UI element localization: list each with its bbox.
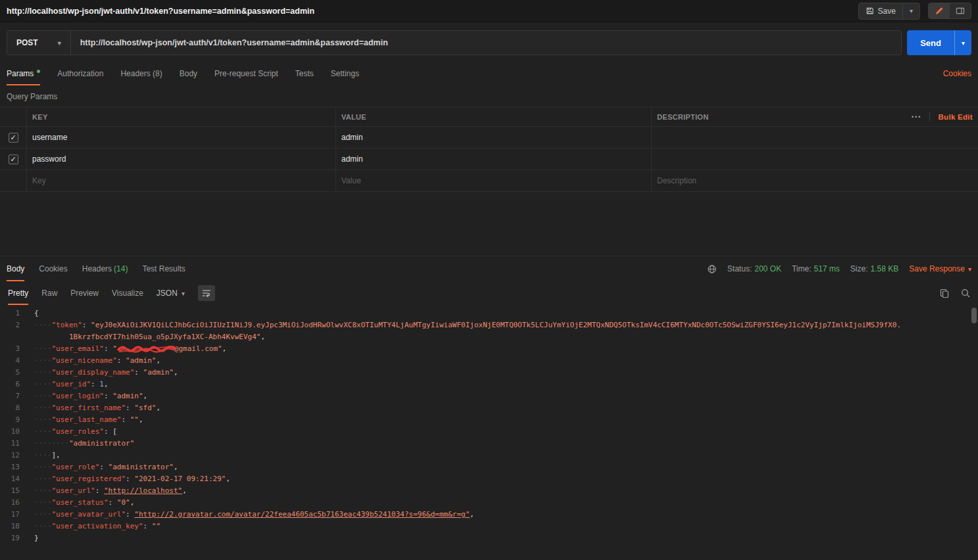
request-builder: POST ▾ Send ▾	[0, 22, 978, 62]
tab-tests[interactable]: Tests	[295, 62, 314, 85]
send-button[interactable]: Send	[907, 30, 954, 55]
vertical-scrollbar-thumb[interactable]	[971, 308, 977, 323]
json-punct: :	[95, 486, 104, 495]
json-link[interactable]: "http://localhost"	[104, 486, 182, 495]
copy-icon	[940, 289, 949, 298]
param-checkbox[interactable]: ✓	[9, 133, 18, 143]
param-key-cell[interactable]: password	[26, 149, 335, 170]
url-input[interactable]	[71, 31, 901, 55]
view-tab-pretty[interactable]: Pretty	[8, 281, 28, 305]
line-number: 14	[0, 473, 20, 485]
bulk-edit-link[interactable]: Bulk Edit	[938, 113, 973, 121]
search-response-button[interactable]	[961, 289, 970, 298]
copy-response-button[interactable]	[940, 289, 949, 298]
param-value-cell[interactable]: admin	[335, 149, 651, 170]
wrap-lines-button[interactable]	[198, 285, 215, 301]
line-number: 19	[0, 532, 20, 544]
param-description-cell[interactable]: Description	[651, 170, 978, 191]
whitespace-dots: ····	[34, 344, 52, 353]
empty-area	[0, 192, 978, 256]
json-key: "user_roles"	[52, 427, 104, 436]
json-punct: :	[143, 522, 152, 530]
param-key-cell[interactable]: Key	[26, 170, 335, 191]
tab-params[interactable]: Params	[7, 62, 40, 85]
param-description-cell[interactable]	[651, 149, 978, 170]
comments-panel-button[interactable]	[949, 3, 971, 18]
save-options-button[interactable]: ▾	[902, 3, 919, 19]
line-number: 5	[0, 367, 20, 379]
more-options-icon[interactable]: •••	[912, 114, 921, 120]
json-key: "user_avatar_url"	[52, 510, 126, 519]
whitespace-dots: ····	[34, 427, 52, 436]
param-value-cell[interactable]: admin	[335, 127, 651, 148]
line-number: 9	[0, 414, 20, 426]
json-punct: :	[126, 475, 134, 483]
json-key: "token"	[52, 321, 82, 329]
save-button-label: Save	[878, 7, 896, 16]
size-label: Size:	[850, 264, 868, 273]
tab-pre-request-script[interactable]: Pre-request Script	[214, 62, 278, 85]
view-tab-raw[interactable]: Raw	[41, 281, 57, 305]
json-key: "user_email"	[52, 344, 104, 353]
params-header-key: KEY	[26, 107, 335, 126]
json-punct: :	[126, 404, 134, 412]
json-string: "administrator"	[69, 439, 134, 448]
line-content: ····"user_id": 1,	[20, 379, 109, 390]
tab-body[interactable]: Body	[180, 62, 197, 85]
tab-headers[interactable]: Headers (8)	[120, 62, 162, 85]
line-number: 2	[0, 319, 20, 331]
json-string: "admin"	[112, 392, 143, 400]
view-tab-preview[interactable]: Preview	[70, 281, 99, 305]
param-key-cell[interactable]: username	[26, 127, 335, 148]
line-content: ····"user_login": "admin",	[20, 390, 147, 402]
code-line: 12····],	[0, 450, 978, 461]
line-number: 10	[0, 426, 20, 438]
cookies-link[interactable]: Cookies	[943, 69, 971, 78]
json-number: 1	[99, 380, 104, 388]
params-active-dot-icon	[37, 70, 40, 73]
response-tab-headers[interactable]: Headers (14)	[82, 256, 128, 281]
param-description-cell[interactable]	[651, 127, 978, 148]
edit-request-button[interactable]	[929, 3, 949, 18]
json-string: ""	[130, 415, 139, 424]
view-tab-visualize[interactable]: Visualize	[112, 281, 143, 305]
divider	[929, 112, 930, 122]
line-content: ····"user_nicename": "admin",	[20, 355, 160, 367]
json-punct: ,	[143, 392, 148, 400]
params-header-value: VALUE	[335, 107, 651, 126]
param-checkbox[interactable]: ✓	[9, 154, 18, 164]
response-tab-cookies[interactable]: Cookies	[39, 256, 67, 281]
save-button[interactable]: Save	[859, 3, 902, 19]
format-select[interactable]: JSON ▾	[157, 289, 185, 298]
json-link[interactable]: "http://2.gravatar.com/avatar/22feea4605…	[134, 510, 470, 519]
save-response-button[interactable]: Save Response ▾	[909, 264, 971, 273]
line-content: {	[20, 308, 39, 319]
param-value-cell[interactable]: Value	[335, 170, 651, 191]
json-punct: :	[104, 392, 112, 400]
code-line: 14····"user_registered": "2021-02-17 09:…	[0, 473, 978, 485]
json-punct: {	[34, 309, 39, 317]
send-options-button[interactable]: ▾	[954, 30, 971, 55]
tab-settings[interactable]: Settings	[331, 62, 359, 85]
titlebar: http://localhost/wp-json/jwt-auth/v1/tok…	[0, 0, 978, 22]
save-button-group: Save ▾	[858, 3, 920, 20]
tab-authorization[interactable]: Authorization	[57, 62, 103, 85]
code-line: 17····"user_avatar_url": "http://2.grava…	[0, 509, 978, 521]
json-punct: :	[121, 415, 130, 424]
whitespace-dots: ····	[34, 368, 52, 377]
json-punct: ,	[156, 356, 160, 365]
code-line: 15····"user_url": "http://localhost",	[0, 485, 978, 497]
whitespace-dots: ····	[34, 321, 52, 329]
response-tab-test-results[interactable]: Test Results	[142, 256, 185, 281]
json-string: "0"	[117, 498, 130, 507]
method-select[interactable]: POST ▾	[7, 31, 71, 55]
json-punct: :	[117, 356, 126, 365]
response-tab-body[interactable]: Body	[7, 256, 24, 281]
globe-icon[interactable]	[707, 264, 717, 274]
code-lines: 1{2····"token": "eyJ0eXAiOiJKV1QiLCJhbGc…	[0, 308, 978, 544]
whitespace-dots: ····	[34, 475, 52, 483]
json-punct: :	[91, 380, 99, 388]
param-checkbox-cell: ✓	[0, 127, 26, 148]
response-body-viewer[interactable]: 1{2····"token": "eyJ0eXAiOiJKV1QiLCJhbGc…	[0, 305, 978, 560]
line-number: 3	[0, 343, 20, 355]
